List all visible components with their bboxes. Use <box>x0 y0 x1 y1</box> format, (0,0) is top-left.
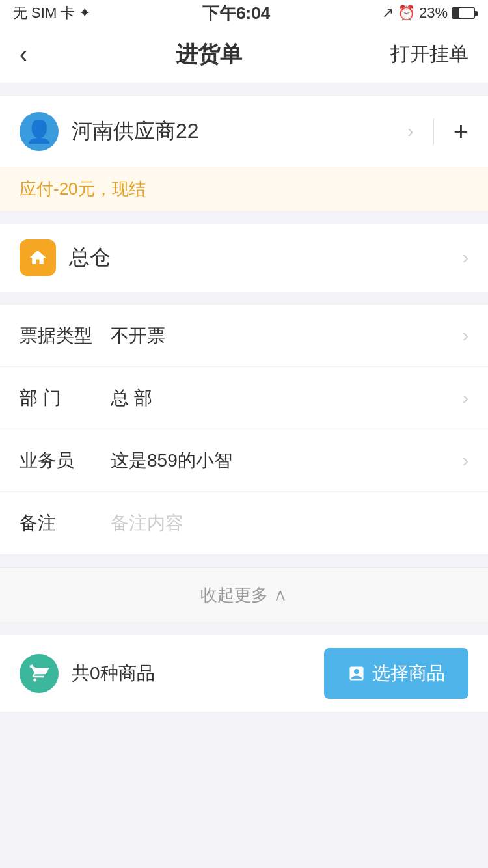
department-label: 部 门 <box>20 386 98 411</box>
select-product-button[interactable]: 选择商品 <box>324 648 468 699</box>
product-icon <box>20 654 59 693</box>
form-section: 票据类型 不开票 › 部 门 总 部 › 业务员 这是859的小智 › 备注 备… <box>0 305 488 554</box>
battery-icon: ↗ ⏰ <box>382 5 415 21</box>
department-chevron-icon: › <box>463 388 468 409</box>
status-time: 下午6:04 <box>202 2 270 25</box>
warehouse-section[interactable]: 总仓 › <box>0 224 488 292</box>
battery-percent: 23% <box>419 5 448 21</box>
form-row-salesperson[interactable]: 业务员 这是859的小智 › <box>0 429 488 492</box>
department-value: 总 部 <box>98 386 463 411</box>
status-bar: 无 SIM 卡 ✦ 下午6:04 ↗ ⏰ 23% <box>0 0 488 26</box>
remark-input[interactable]: 备注内容 <box>98 511 468 536</box>
invoice-type-chevron-icon: › <box>463 325 468 346</box>
supplier-name: 河南供应商22 <box>72 117 407 146</box>
battery-icon-bar <box>452 7 475 19</box>
supplier-chevron-icon: › <box>407 121 413 142</box>
sim-status: 无 SIM 卡 ✦ <box>13 3 90 23</box>
select-product-label: 选择商品 <box>372 661 445 686</box>
product-count-label: 共0种商品 <box>72 661 324 686</box>
warehouse-icon <box>20 239 56 276</box>
collapse-bar[interactable]: 收起更多 ∧ <box>0 567 488 622</box>
form-row-invoice[interactable]: 票据类型 不开票 › <box>0 305 488 367</box>
warehouse-row[interactable]: 总仓 › <box>0 224 488 292</box>
person-icon: 👤 <box>25 118 53 144</box>
back-button[interactable]: ‹ <box>20 41 27 68</box>
nav-bar: ‹ 进货单 打开挂单 <box>0 26 488 83</box>
page-title: 进货单 <box>176 40 242 70</box>
select-product-icon <box>347 664 366 683</box>
invoice-type-value: 不开票 <box>98 323 463 348</box>
salesperson-value: 这是859的小智 <box>98 448 463 473</box>
bottom-bar: 共0种商品 选择商品 <box>0 635 488 712</box>
form-row-department[interactable]: 部 门 总 部 › <box>0 367 488 429</box>
supplier-row[interactable]: 👤 河南供应商22 › + <box>0 96 488 167</box>
supplier-section: 👤 河南供应商22 › + 应付-20元，现结 <box>0 96 488 211</box>
open-pending-button[interactable]: 打开挂单 <box>390 41 468 68</box>
add-supplier-button[interactable]: + <box>454 117 468 146</box>
warehouse-label: 总仓 <box>69 243 463 272</box>
cart-svg-icon <box>29 664 49 683</box>
page-background <box>0 712 488 868</box>
house-svg-icon <box>28 248 47 267</box>
status-left: 无 SIM 卡 ✦ <box>13 3 90 23</box>
salesperson-label: 业务员 <box>20 448 98 473</box>
form-row-remark[interactable]: 备注 备注内容 <box>0 492 488 554</box>
supplier-divider <box>433 118 434 144</box>
status-right: ↗ ⏰ 23% <box>382 5 475 21</box>
notice-banner: 应付-20元，现结 <box>0 167 488 211</box>
warehouse-chevron-icon: › <box>463 247 468 268</box>
invoice-type-label: 票据类型 <box>20 323 98 348</box>
supplier-avatar: 👤 <box>20 112 59 151</box>
remark-label: 备注 <box>20 511 98 536</box>
section-gap-1 <box>0 83 488 96</box>
salesperson-chevron-icon: › <box>463 450 468 471</box>
